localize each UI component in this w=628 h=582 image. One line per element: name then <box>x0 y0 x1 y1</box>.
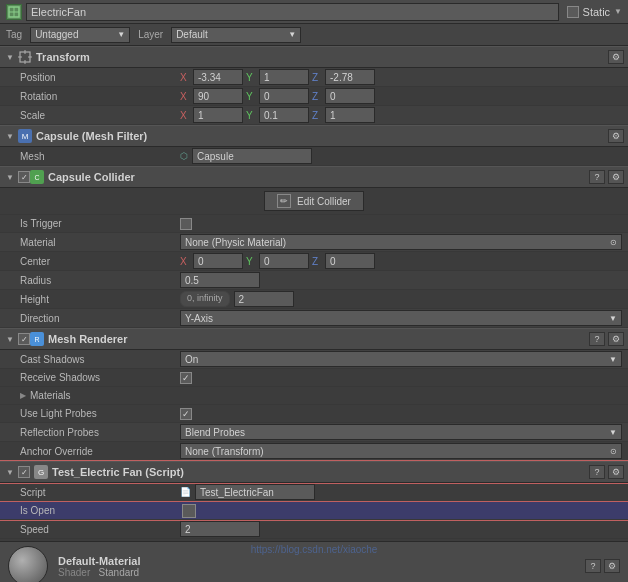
direction-row: Direction Y-Axis ▼ <box>0 309 628 328</box>
is-trigger-row: Is Trigger <box>0 215 628 233</box>
anchor-override-dropdown[interactable]: None (Transform) ⊙ <box>180 443 622 459</box>
scale-x-label: X <box>180 110 190 121</box>
script-enable-checkbox[interactable] <box>18 466 30 478</box>
speed-value-container: 2 <box>180 521 622 537</box>
is-open-value <box>180 504 622 518</box>
mesh-renderer-context-btn[interactable]: ⚙ <box>608 332 624 346</box>
pos-z-input[interactable]: -2.78 <box>325 69 375 85</box>
capsule-collider-enable-checkbox[interactable] <box>18 171 30 183</box>
mesh-value[interactable]: Capsule <box>192 148 312 164</box>
transform-context-icon[interactable]: ⚙ <box>608 50 624 64</box>
capsule-context-btn[interactable]: ⚙ <box>608 170 624 184</box>
collider-material-row: Material None (Physic Material) ⊙ <box>0 233 628 252</box>
mesh-filter-section-header[interactable]: ▼ M Capsule (Mesh Filter) ⚙ <box>0 125 628 147</box>
mesh-filter-icon-btn[interactable]: ⚙ <box>608 129 624 143</box>
height-row: Height 0, infinity 2 <box>0 290 628 309</box>
static-dropdown-arrow[interactable]: ▼ <box>614 7 622 16</box>
direction-dropdown[interactable]: Y-Axis ▼ <box>180 310 622 326</box>
is-trigger-value <box>180 218 622 230</box>
capsule-collider-controls: ? ⚙ <box>589 170 624 184</box>
layer-dropdown-arrow: ▼ <box>288 30 296 39</box>
anchor-override-row: Anchor Override None (Transform) ⊙ <box>0 442 628 461</box>
height-input[interactable]: 2 <box>234 291 294 307</box>
material-help-btn[interactable]: ? <box>585 559 601 573</box>
anchor-override-label: Anchor Override <box>20 446 180 457</box>
mesh-renderer-icon: R <box>30 332 44 346</box>
pos-x-input[interactable]: -3.34 <box>193 69 243 85</box>
is-open-label: Is Open <box>20 505 180 516</box>
rot-z-input[interactable]: 0 <box>325 88 375 104</box>
shader-label: Shader <box>58 567 90 578</box>
scale-y-input[interactable]: 0.1 <box>259 107 309 123</box>
rotation-label: Rotation <box>20 91 180 102</box>
pencil-icon: ✏ <box>277 194 291 208</box>
test-script-section-header[interactable]: ▼ G Test_Electric Fan (Script) ? ⚙ <box>0 461 628 483</box>
pos-z-label: Z <box>312 72 322 83</box>
center-y-input[interactable]: 0 <box>259 253 309 269</box>
transform-section-header[interactable]: ▼ Transform ⚙ <box>0 46 628 68</box>
script-value-container: 📄 Test_ElectricFan <box>180 484 622 500</box>
transform-icon <box>18 50 32 64</box>
script-context-btn[interactable]: ⚙ <box>608 465 624 479</box>
center-y-label: Y <box>246 256 256 267</box>
static-checkbox[interactable] <box>567 6 579 18</box>
position-label: Position <box>20 72 180 83</box>
rot-z-label: Z <box>312 91 322 102</box>
script-help-btn[interactable]: ? <box>589 465 605 479</box>
mesh-value-container: ⬡ Capsule <box>180 148 622 164</box>
script-controls: ? ⚙ <box>589 465 624 479</box>
cast-shadows-label: Cast Shadows <box>20 354 180 365</box>
rot-y-input[interactable]: 0 <box>259 88 309 104</box>
edit-collider-button[interactable]: ✏ Edit Collider <box>264 191 364 211</box>
collider-material-dropdown[interactable]: None (Physic Material) ⊙ <box>180 234 622 250</box>
tag-dropdown-arrow: ▼ <box>117 30 125 39</box>
pos-y-input[interactable]: 1 <box>259 69 309 85</box>
cast-shadows-dropdown[interactable]: On ▼ <box>180 351 622 367</box>
center-x-input[interactable]: 0 <box>193 253 243 269</box>
layer-dropdown[interactable]: Default ▼ <box>171 27 301 43</box>
use-light-probes-label: Use Light Probes <box>20 408 180 419</box>
scale-x-input[interactable]: 1 <box>193 107 243 123</box>
height-range-display: 0, infinity <box>180 291 230 307</box>
mesh-filter-title: Capsule (Mesh Filter) <box>36 130 608 142</box>
mesh-renderer-enable-checkbox[interactable] <box>18 333 30 345</box>
script-icon: G <box>34 465 48 479</box>
mesh-renderer-help-btn[interactable]: ? <box>589 332 605 346</box>
radius-input[interactable]: 0.5 <box>180 272 260 288</box>
cast-shadows-value: On ▼ <box>180 351 622 367</box>
mesh-filter-foldout: ▼ <box>4 130 16 142</box>
shader-value: Standard <box>99 567 140 578</box>
tag-dropdown[interactable]: Untagged ▼ <box>30 27 130 43</box>
materials-foldout[interactable]: ▶ <box>20 391 26 400</box>
is-open-checkbox[interactable] <box>182 504 196 518</box>
speed-input[interactable]: 2 <box>180 521 260 537</box>
rot-x-input[interactable]: 90 <box>193 88 243 104</box>
reflection-probes-dropdown[interactable]: Blend Probes ▼ <box>180 424 622 440</box>
speed-label: Speed <box>20 524 180 535</box>
center-x-label: X <box>180 256 190 267</box>
scale-z-label: Z <box>312 110 322 121</box>
layer-label: Layer <box>138 29 163 40</box>
pos-x-label: X <box>180 72 190 83</box>
capsule-collider-icon: C <box>30 170 44 184</box>
mesh-renderer-controls: ? ⚙ <box>589 332 624 346</box>
capsule-help-btn[interactable]: ? <box>589 170 605 184</box>
object-type-icon <box>6 4 22 20</box>
object-name-input[interactable] <box>26 3 559 21</box>
material-context-btn[interactable]: ⚙ <box>604 559 620 573</box>
receive-shadows-checkbox[interactable] <box>180 372 192 384</box>
scale-z-input[interactable]: 1 <box>325 107 375 123</box>
reflection-probes-label: Reflection Probes <box>20 427 180 438</box>
use-light-probes-row: Use Light Probes <box>0 405 628 423</box>
mesh-type-icon: ⬡ <box>180 151 188 161</box>
header-bar: Static ▼ <box>0 0 628 24</box>
use-light-probes-checkbox[interactable] <box>180 408 192 420</box>
script-value[interactable]: Test_ElectricFan <box>195 484 315 500</box>
radius-row: Radius 0.5 <box>0 271 628 290</box>
center-z-input[interactable]: 0 <box>325 253 375 269</box>
capsule-collider-section-header[interactable]: ▼ C Capsule Collider ? ⚙ <box>0 166 628 188</box>
is-trigger-checkbox[interactable] <box>180 218 192 230</box>
mesh-renderer-section-header[interactable]: ▼ R Mesh Renderer ? ⚙ <box>0 328 628 350</box>
rotation-row: Rotation X 90 Y 0 Z 0 <box>0 87 628 106</box>
mesh-filter-icon: M <box>18 129 32 143</box>
